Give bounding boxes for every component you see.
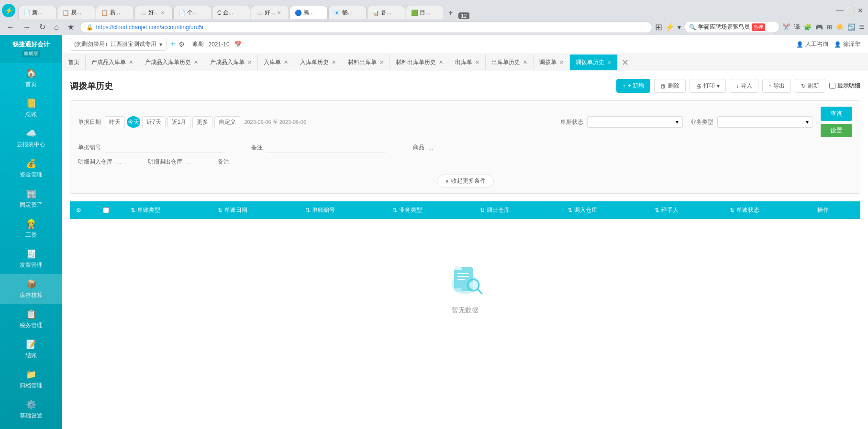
nav-tab-2-close[interactable]: ✕ xyxy=(194,59,198,66)
browser-tab-8[interactable]: 🔵 腾... xyxy=(289,6,328,19)
sidebar-item-settings[interactable]: ⚙️ 基础设置 xyxy=(0,395,62,425)
nav-tab-3[interactable]: 产成品入库单 ✕ xyxy=(204,55,258,70)
nav-tab-7[interactable]: 材料出库单历史 ✕ xyxy=(390,55,449,70)
new-button[interactable]: + + 新增 xyxy=(616,79,650,93)
th-biz-type[interactable]: ⇅ 业务类型 xyxy=(387,201,474,219)
extension-icon[interactable]: 🧩 xyxy=(804,23,812,31)
nav-tab-9[interactable]: 出库单历史 ✕ xyxy=(486,55,534,70)
add-company-button[interactable]: + xyxy=(170,39,176,49)
browser-tab-2[interactable]: 📋 易... xyxy=(57,6,95,19)
th-in-warehouse[interactable]: ⇅ 调入仓库 xyxy=(562,201,649,219)
nav-tab-8[interactable]: 出库单 ✕ xyxy=(449,55,486,70)
nav-tab-home[interactable]: 首页 xyxy=(62,55,86,70)
nav-tab-2[interactable]: 产成品入库单历史 ✕ xyxy=(139,55,204,70)
nav-tab-11[interactable]: 调拨单历史 ✕ xyxy=(570,55,618,70)
th-check[interactable] xyxy=(87,201,125,219)
nav-tab-7-close[interactable]: ✕ xyxy=(439,59,443,66)
import-button[interactable]: ↓ 导入 xyxy=(730,79,758,93)
date-7days-btn[interactable]: 近7天 xyxy=(142,116,166,128)
nav-tab-6-close[interactable]: ✕ xyxy=(379,59,384,66)
date-more-btn[interactable]: 更多 xyxy=(192,116,212,128)
nav-tab-3-close[interactable]: ✕ xyxy=(247,59,252,66)
customer-service-button[interactable]: 👤 人工咨询 xyxy=(796,40,828,48)
th-out-warehouse[interactable]: ⇅ 调出仓库 xyxy=(474,201,562,219)
browser-tab-6[interactable]: C 企... xyxy=(212,6,250,19)
browser-tab-7[interactable]: ☁️ 好... ✕ xyxy=(251,6,289,19)
sidebar-item-reports[interactable]: ☁️ 云报表中心 xyxy=(0,123,62,154)
nav-tab-11-close[interactable]: ✕ xyxy=(607,59,612,66)
sidebar-item-archive[interactable]: 📁 归档管理 xyxy=(0,364,62,395)
sidebar-item-assets[interactable]: 🏢 固定资产 xyxy=(0,184,62,214)
collapse-button[interactable]: ∧ 收起更多条件 xyxy=(437,175,494,187)
sidebar-item-invoice[interactable]: 🧾 发票管理 xyxy=(0,244,62,274)
sidebar-item-inventory[interactable]: 📦 库存核算 xyxy=(0,274,62,304)
sidebar-item-funds[interactable]: 💰 资金管理 xyxy=(0,154,62,184)
browser-tab-4[interactable]: ☁️ 好... ✕ xyxy=(134,6,173,19)
export-button[interactable]: ↑ 导出 xyxy=(762,79,791,93)
date-1month-btn[interactable]: 近1月 xyxy=(167,116,191,128)
browser-search-bar[interactable]: 🔍 学霸应聘场景驱鸟员 热搜 xyxy=(684,21,779,33)
home-button[interactable]: ⌂ xyxy=(51,22,62,33)
biztype-select[interactable]: ▾ xyxy=(717,116,813,128)
display-all-checkbox[interactable] xyxy=(829,83,835,89)
period-selector[interactable]: 账期 2021-10 📅 xyxy=(192,40,242,48)
status-select[interactable]: ▾ xyxy=(587,116,683,128)
warehouse-out-dots[interactable]: ... xyxy=(186,159,191,165)
th-bill-status[interactable]: ⇅ 单账状态 xyxy=(724,201,812,219)
nav-tab-4-close[interactable]: ✕ xyxy=(284,59,288,66)
setting-button[interactable]: 设置 xyxy=(821,124,852,137)
nav-tab-5-close[interactable]: ✕ xyxy=(332,59,336,66)
browser-tab-5[interactable]: 📄 个... xyxy=(173,6,211,19)
close-button[interactable]: ✕ xyxy=(857,7,863,14)
sidebar-item-closing[interactable]: 📝 结账 xyxy=(0,334,62,364)
billno-input[interactable] xyxy=(105,142,224,153)
maximize-button[interactable]: ⬜ xyxy=(846,7,855,14)
nav-tab-5[interactable]: 入库单历史 ✕ xyxy=(294,55,342,70)
sidebar-item-salary[interactable]: 👷 工资 xyxy=(0,214,62,244)
browser-tab-11[interactable]: 🟩 目... xyxy=(406,6,444,19)
date-custom-btn[interactable]: 自定义 xyxy=(214,116,240,128)
close-all-tabs-button[interactable]: ✕ xyxy=(618,55,633,70)
warehouse-in-dots[interactable]: ... xyxy=(116,159,121,165)
display-all-checkbox-label[interactable]: 显示明细 xyxy=(829,82,860,90)
bookmark-button[interactable]: ★ xyxy=(65,22,77,33)
user-avatar[interactable]: 👤 徐泽华 xyxy=(834,40,860,48)
lightning-icon[interactable]: ⚡ xyxy=(665,22,675,32)
address-bar[interactable]: 🔒 https://cloud.chanjet.com/accounting/u… xyxy=(80,22,653,33)
sidebar-item-tax[interactable]: 📋 税务管理 xyxy=(0,304,62,334)
scissors-icon[interactable]: ✂️ xyxy=(782,23,790,31)
refresh-button[interactable]: ↻ 刷新 xyxy=(795,79,825,93)
nav-tab-1-close[interactable]: ✕ xyxy=(129,59,133,66)
translate-icon[interactable]: 译 xyxy=(794,23,800,32)
nav-tab-10-close[interactable]: ✕ xyxy=(559,59,564,66)
browser-tab-9[interactable]: 📧 畅... xyxy=(328,6,367,19)
sidebar-item-guide[interactable]: 📖 新手引导 xyxy=(0,425,62,429)
chevron-down-icon[interactable]: ▾ xyxy=(678,23,681,31)
nav-tab-4[interactable]: 入库单 ✕ xyxy=(258,55,294,70)
th-handler[interactable]: ⇅ 经手人 xyxy=(649,201,724,219)
delete-button[interactable]: 🗑 删除 xyxy=(654,79,686,93)
print-button[interactable]: 🖨 打印 ▾ xyxy=(690,79,726,93)
company-selector[interactable]: (勿删勿禁用）江西服宝测试专用 ▾ xyxy=(70,38,167,51)
nav-tab-1[interactable]: 产成品入库单 ✕ xyxy=(86,55,139,70)
select-all-checkbox[interactable] xyxy=(103,207,109,213)
remark1-input[interactable] xyxy=(267,142,386,153)
date-today-btn[interactable]: 今天 xyxy=(127,116,140,128)
undo-icon[interactable]: ↩️ xyxy=(847,23,855,31)
th-bill-no[interactable]: ⇅ 单账编号 xyxy=(300,201,387,219)
extensions-icon[interactable]: ⊞ xyxy=(655,22,662,33)
grid-icon[interactable]: ⊞ xyxy=(827,23,832,31)
refresh-nav-button[interactable]: ↻ xyxy=(36,22,48,33)
browser-tab-10[interactable]: 📊 各... xyxy=(367,6,405,19)
nav-tab-10[interactable]: 调拨单 ✕ xyxy=(534,55,570,70)
browser-tab-3[interactable]: 📋 易... xyxy=(96,6,134,19)
sidebar-item-ledger[interactable]: 📒 总账 xyxy=(0,93,62,123)
new-tab-button[interactable]: + xyxy=(445,7,456,19)
search-button[interactable]: 查询 xyxy=(821,107,852,121)
company-settings-icon[interactable]: ⚙ xyxy=(178,40,185,49)
nav-tab-8-close[interactable]: ✕ xyxy=(475,59,479,66)
game-icon[interactable]: 🎮 xyxy=(815,23,823,31)
minimize-button[interactable]: — xyxy=(836,6,844,15)
browser-tab-1[interactable]: 📄 新... xyxy=(18,6,56,19)
date-yesterday-btn[interactable]: 昨天 xyxy=(105,116,125,128)
